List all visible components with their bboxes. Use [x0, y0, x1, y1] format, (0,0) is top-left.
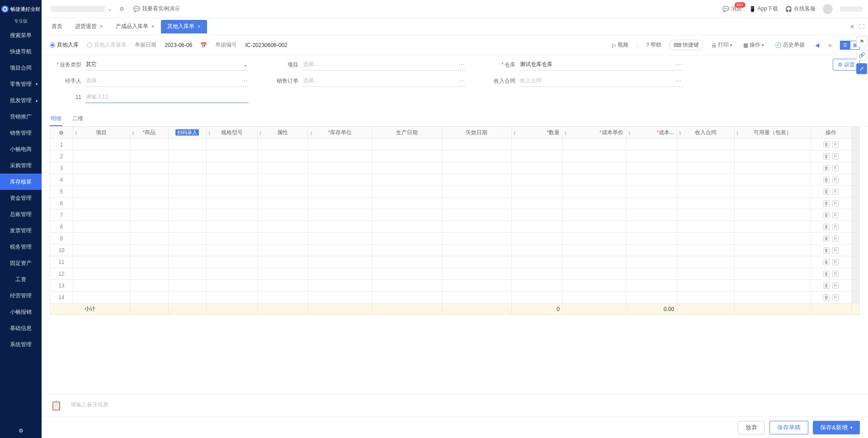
cell[interactable] [73, 221, 130, 233]
copy-row-icon[interactable]: ⎘ [832, 165, 839, 171]
cell[interactable] [73, 268, 130, 280]
cell[interactable] [512, 139, 563, 151]
detail-tab-list[interactable]: 明细 [50, 112, 62, 126]
cell[interactable] [512, 221, 563, 233]
cell[interactable] [734, 292, 811, 303]
delete-row-icon[interactable]: 🗑 [823, 212, 830, 218]
cell[interactable] [626, 233, 677, 245]
table-row[interactable]: 10 🗑 ⎘ [50, 245, 860, 256]
close-icon[interactable]: ✕ [151, 24, 155, 29]
cell[interactable] [207, 292, 258, 303]
copy-row-icon[interactable]: ⎘ [832, 177, 839, 183]
save-new-button[interactable]: 保存&新增 ▾ [813, 421, 860, 434]
cell[interactable] [168, 186, 206, 198]
table-row[interactable]: 13 🗑 ⎘ [50, 280, 860, 292]
cell[interactable] [257, 174, 308, 186]
radio-other-in[interactable]: 其他入库 [50, 41, 79, 49]
cell[interactable] [207, 198, 258, 209]
sidebar-item-1[interactable]: 快捷导航 [0, 43, 42, 60]
cell[interactable] [207, 186, 258, 198]
cell[interactable] [512, 280, 563, 292]
gear-icon[interactable]: ⚙ [119, 6, 124, 12]
cell[interactable] [626, 209, 677, 221]
cell[interactable] [130, 186, 168, 198]
cell[interactable] [626, 245, 677, 256]
cell[interactable] [512, 186, 563, 198]
sidebar-item-11[interactable]: 总账管理 [0, 206, 42, 222]
cell[interactable] [372, 209, 442, 221]
calendar-icon[interactable]: 📅 [200, 42, 207, 48]
cell[interactable] [73, 174, 130, 186]
biz-type-select[interactable]: 其它 ⌄ [85, 59, 249, 71]
cell[interactable] [73, 292, 130, 303]
next-doc-button[interactable]: ▶ [826, 42, 835, 48]
cell[interactable] [207, 209, 258, 221]
cell[interactable] [130, 198, 168, 209]
cell[interactable] [130, 209, 168, 221]
tab-fullscreen[interactable]: ⛶ [859, 24, 864, 30]
cell[interactable] [562, 209, 626, 221]
cell[interactable] [207, 174, 258, 186]
cell[interactable] [734, 280, 811, 292]
cell[interactable] [372, 186, 442, 198]
cell[interactable] [308, 221, 372, 233]
cell[interactable] [677, 256, 735, 268]
cell[interactable] [442, 233, 512, 245]
cell[interactable] [130, 256, 168, 268]
cell[interactable] [207, 256, 258, 268]
sidebar-item-14[interactable]: 固定资产 [0, 255, 42, 271]
cell[interactable] [512, 151, 563, 162]
help-button[interactable]: ?帮助 [643, 40, 664, 50]
cell[interactable] [207, 280, 258, 292]
tab-3[interactable]: 其他入库单✕ [161, 20, 207, 33]
tab-0[interactable]: 首页 [45, 20, 69, 33]
table-row[interactable]: 6 🗑 ⎘ [50, 198, 860, 209]
col-scan[interactable]: 扫码录入 [168, 127, 206, 139]
cell[interactable] [512, 162, 563, 174]
copy-row-icon[interactable]: ⎘ [832, 247, 839, 254]
copy-row-icon[interactable]: ⎘ [832, 235, 839, 242]
cell[interactable] [677, 221, 735, 233]
cell[interactable] [168, 268, 206, 280]
cell[interactable] [257, 151, 308, 162]
radio-other-return[interactable]: 其他入库退库 [87, 41, 127, 49]
delete-row-icon[interactable]: 🗑 [823, 200, 830, 207]
table-row[interactable]: 8 🗑 ⎘ [50, 221, 860, 233]
save-draft-button[interactable]: 保存草稿 [769, 421, 808, 434]
sidebar-item-12[interactable]: 发票管理 [0, 222, 42, 239]
cell[interactable] [734, 186, 811, 198]
table-row[interactable]: 7 🗑 ⎘ [50, 209, 860, 221]
cell[interactable] [372, 233, 442, 245]
col-available[interactable]: ▴▾可用量（包装） [734, 127, 811, 139]
cell[interactable] [512, 233, 563, 245]
cell[interactable] [130, 268, 168, 280]
cell[interactable] [626, 151, 677, 162]
table-row[interactable]: 9 🗑 ⎘ [50, 233, 860, 245]
column-settings[interactable]: ⚙ [50, 127, 73, 139]
cell[interactable] [626, 174, 677, 186]
cell[interactable] [677, 209, 735, 221]
cell[interactable] [130, 233, 168, 245]
cell[interactable] [130, 139, 168, 151]
doc-date-value[interactable]: 2023-06-06 [165, 42, 192, 48]
cell[interactable] [626, 292, 677, 303]
cell[interactable] [168, 233, 206, 245]
cell[interactable] [257, 256, 308, 268]
sidebar-item-2[interactable]: 项目合同 [0, 60, 42, 76]
cell[interactable] [734, 256, 811, 268]
delete-row-icon[interactable]: 🗑 [823, 153, 830, 160]
print-button[interactable]: 🖨打印▾ [708, 40, 735, 50]
cell[interactable] [677, 174, 735, 186]
delete-row-icon[interactable]: 🗑 [823, 294, 830, 301]
cell[interactable] [168, 292, 206, 303]
tab-2[interactable]: 产成品入库单✕ [109, 20, 161, 33]
cell[interactable] [626, 280, 677, 292]
rail-flag-icon[interactable]: ⚑ [856, 36, 867, 47]
cell[interactable] [257, 186, 308, 198]
cell[interactable] [562, 198, 626, 209]
sidebar-item-18[interactable]: 基础信息 [0, 320, 42, 336]
cell[interactable] [308, 268, 372, 280]
app-download-button[interactable]: 📱 App下载 [749, 5, 778, 13]
cell[interactable] [626, 198, 677, 209]
cell[interactable] [677, 245, 735, 256]
